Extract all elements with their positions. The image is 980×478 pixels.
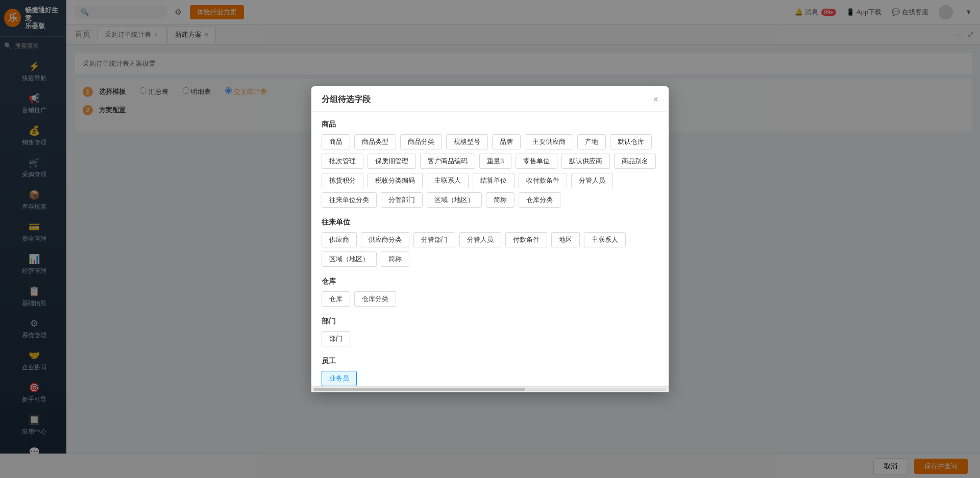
- field-group-title-department: 部门: [322, 317, 658, 326]
- field-tag-sales-rep[interactable]: 业务员: [322, 371, 357, 386]
- field-group-employee: 员工业务员: [322, 357, 658, 386]
- field-tag-dep[interactable]: 部门: [322, 331, 350, 346]
- field-tag-supplier[interactable]: 供应商: [322, 232, 357, 247]
- field-tag-goods-category[interactable]: 商品分类: [400, 134, 442, 149]
- field-tags-partner: 供应商供应商分类分管部门分管人员付款条件地区主联系人区域（地区）简称: [322, 232, 658, 267]
- field-tag-main-contact[interactable]: 主联系人: [584, 232, 626, 247]
- field-tag-manager[interactable]: 分管人员: [571, 173, 613, 188]
- field-tag-default-warehouse[interactable]: 默认仓库: [610, 134, 652, 149]
- field-tag-area[interactable]: 地区: [551, 232, 580, 247]
- field-tag-from-unit-category[interactable]: 往来单位分类: [322, 192, 377, 208]
- field-tag-dept[interactable]: 分管部门: [413, 232, 455, 247]
- field-tag-pickup-points[interactable]: 拣货积分: [322, 173, 363, 188]
- field-tag-default-supplier[interactable]: 默认供应商: [561, 154, 610, 169]
- modal-close-button[interactable]: ×: [653, 94, 658, 105]
- field-tags-employee: 业务员: [322, 371, 658, 386]
- field-tag-alias[interactable]: 商品别名: [614, 154, 656, 169]
- modal-title: 分组待选字段: [322, 94, 371, 105]
- field-tag-wh-category[interactable]: 仓库分类: [354, 291, 396, 307]
- field-tag-settlement-unit[interactable]: 结算单位: [473, 173, 514, 188]
- field-tag-customer-code[interactable]: 客户商品编码: [420, 154, 475, 169]
- field-group-title-warehouse: 仓库: [322, 277, 658, 286]
- field-group-title-partner: 往来单位: [322, 218, 658, 227]
- field-group-department: 部门部门: [322, 317, 658, 346]
- field-tag-region2[interactable]: 区域（地区）: [322, 251, 377, 267]
- field-group-title-employee: 员工: [322, 357, 658, 366]
- modal-body: 商品商品商品类型商品分类规格型号品牌主要供应商产地默认仓库批次管理保质期管理客户…: [311, 112, 669, 386]
- field-tag-dept-person[interactable]: 分管人员: [459, 232, 501, 247]
- field-tag-goods-type[interactable]: 商品类型: [354, 134, 396, 149]
- hscroll-track: [313, 388, 667, 391]
- field-tag-origin[interactable]: 产地: [577, 134, 606, 149]
- field-tag-contact-person[interactable]: 主联系人: [427, 173, 469, 188]
- field-group-product: 商品商品商品类型商品分类规格型号品牌主要供应商产地默认仓库批次管理保质期管理客户…: [322, 120, 658, 208]
- field-tag-batch-mgmt[interactable]: 批次管理: [322, 154, 363, 169]
- field-group-warehouse: 仓库仓库仓库分类: [322, 277, 658, 307]
- field-tag-tax-code[interactable]: 税收分类编码: [368, 173, 423, 188]
- field-tag-wh[interactable]: 仓库: [322, 291, 350, 307]
- field-tag-spec-type[interactable]: 规格型号: [446, 134, 488, 149]
- modal-header: 分组待选字段 ×: [311, 86, 669, 112]
- field-tag-expiry-mgmt[interactable]: 保质期管理: [368, 154, 416, 169]
- field-tag-short-name2[interactable]: 简称: [381, 251, 409, 267]
- field-tag-region[interactable]: 区域（地区）: [427, 192, 482, 208]
- field-tag-pay-terms[interactable]: 付款条件: [505, 232, 547, 247]
- field-tag-weight3[interactable]: 重量3: [479, 154, 511, 169]
- hscroll-thumb[interactable]: [313, 388, 525, 391]
- field-select-modal: 分组待选字段 × 商品商品商品类型商品分类规格型号品牌主要供应商产地默认仓库批次…: [311, 86, 669, 392]
- field-tag-warehouse-category[interactable]: 仓库分类: [519, 192, 560, 208]
- field-tags-warehouse: 仓库仓库分类: [322, 291, 658, 307]
- field-group-partner: 往来单位供应商供应商分类分管部门分管人员付款条件地区主联系人区域（地区）简称: [322, 218, 658, 267]
- field-group-title-product: 商品: [322, 120, 658, 129]
- field-tag-main-supplier[interactable]: 主要供应商: [525, 134, 573, 149]
- field-tag-goods[interactable]: 商品: [322, 134, 350, 149]
- field-tag-payment-terms[interactable]: 收付款条件: [519, 173, 567, 188]
- field-tag-short-name[interactable]: 简称: [486, 192, 514, 208]
- field-tag-supplier-category[interactable]: 供应商分类: [361, 232, 409, 247]
- field-tag-mgmt-dept[interactable]: 分管部门: [381, 192, 423, 208]
- modal-hscroll: [311, 386, 669, 392]
- field-tag-brand[interactable]: 品牌: [492, 134, 521, 149]
- field-tag-retail-unit[interactable]: 零售单位: [516, 154, 557, 169]
- field-tags-department: 部门: [322, 331, 658, 346]
- field-tags-product: 商品商品类型商品分类规格型号品牌主要供应商产地默认仓库批次管理保质期管理客户商品…: [322, 134, 658, 208]
